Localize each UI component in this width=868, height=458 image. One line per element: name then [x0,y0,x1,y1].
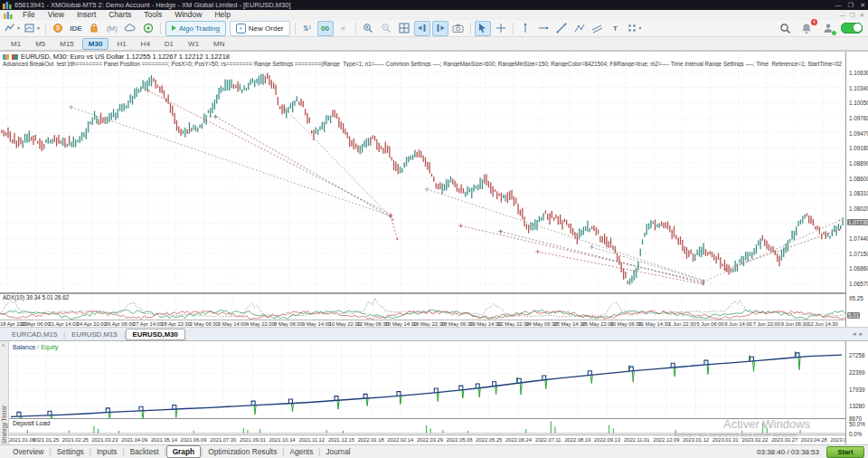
price-axis-label: 1.09180 [849,145,868,151]
tick-chart-icon[interactable]: ⇅¹ [299,21,316,36]
price-chart[interactable] [0,52,845,292]
expert-advisor-info: Advanced BreakOut_test [dh======== Panel… [3,61,842,67]
chart-tabs-bar: EURCAD,M15|EURUSD,M15|EURUSD,M30 ◂ ▸ [0,327,868,340]
crosshair-icon[interactable] [493,21,509,36]
tester-tab-inputs[interactable]: Inputs [91,446,123,457]
chart-tab-eurcad-m15[interactable]: EURCAD,M15 [5,329,63,339]
zoom-in-icon[interactable] [360,21,376,36]
tester-balance-axis-label: 17939 [849,386,865,393]
community-user-icon[interactable] [820,21,836,36]
window-close-button[interactable]: ✕ [860,0,865,10]
window-maximize-button[interactable]: ❐ [848,0,854,10]
menu-help[interactable]: Help [208,10,236,20]
deposit-load-axis-label: 50.0% [849,421,865,427]
tester-tab-settings[interactable]: Settings [52,446,90,457]
tester-tab-backtest[interactable]: Backtest [125,446,165,457]
screenshot-camera-icon[interactable] [450,21,467,36]
price-chart-pane[interactable]: EURUSD, M30: Euro vs US Dollar 1.12255 1… [0,52,845,292]
chart-tab-eurusd-m15[interactable]: EURUSD,M15 [65,329,123,339]
cloud-icon[interactable] [122,21,138,36]
timeframe-w1[interactable]: W1 [182,38,205,50]
timeframe-h1[interactable]: H1 [110,38,132,50]
vertical-line-tool-icon[interactable] [517,21,533,36]
metaeditor-ide-icon[interactable]: IDE [68,21,84,36]
price-axis-label: 1.06570 [849,281,868,287]
timeframe-m5[interactable]: M5 [29,38,52,50]
candles-icon [12,54,18,60]
tester-balance-axis-label: 27258 [849,352,865,358]
timeframe-m15[interactable]: M15 [53,38,80,50]
horizontal-line-tool-icon[interactable] [535,21,552,36]
chart-tabs-scroll-left-icon[interactable]: ◂ [853,330,856,338]
chart-close-button[interactable]: ✕ [860,10,864,20]
tester-value-axis: 27258223991793913280867050.0%0.0% [845,341,868,445]
price-axis-label: 1.10630 [849,70,868,76]
tester-tab-overview[interactable]: Overview [7,446,50,457]
search-icon[interactable] [777,21,793,36]
menu-window[interactable]: Window [168,10,208,20]
community-icon[interactable] [140,21,156,36]
menu-tools[interactable]: Tools [137,10,168,20]
strategy-tester-panel: x Strategy Tester Balance / Equity Depos… [0,340,868,444]
timeframe-m1[interactable]: M1 [5,38,27,50]
tester-graph-area[interactable]: Balance / Equity [9,342,845,418]
text-tool-icon[interactable]: T [608,21,624,36]
timeframe-h4[interactable]: H4 [135,38,156,50]
adx-chart[interactable] [0,294,845,320]
adx-value-tag: 5.01 [847,312,860,319]
menu-charts[interactable]: Charts [102,10,137,20]
tester-tab-agents[interactable]: Agents [284,446,318,457]
auto-scroll-icon[interactable] [414,21,430,36]
deposit-icon[interactable]: $ [50,21,66,36]
price-axis[interactable]: 1.106301.103401.100501.097601.094701.091… [845,52,868,328]
tester-close-button[interactable]: x [2,342,5,348]
tester-tab-graph[interactable]: Graph [166,445,201,458]
lock-icon[interactable] [86,21,102,36]
equidistant-channel-tool-icon[interactable] [590,21,606,36]
legend-equity: Equity [41,344,58,350]
price-axis-label: 1.08020 [849,205,868,212]
play-icon [172,25,176,31]
chart-type-icon[interactable]: ▼ [4,21,22,36]
chart-restore-button[interactable]: ❐ [850,10,855,20]
shapes-tool-icon[interactable]: ▼ [626,21,644,36]
price-axis-label: 1.07440 [849,235,868,242]
timeframe-mn[interactable]: MN [207,38,231,50]
market-watch-icon[interactable]: (M) [104,21,120,36]
wave-icon[interactable]: ≈ [335,21,352,36]
polyline-tool-icon[interactable] [571,21,588,36]
chart-shift-icon[interactable] [432,21,448,36]
tester-tab-optimization-results[interactable]: Optimization Results [203,446,282,457]
start-button[interactable]: Start [826,446,864,458]
chart-tabs-scroll-right-icon[interactable]: ▸ [859,330,863,338]
zoom-out-icon[interactable] [378,21,394,36]
balance-equity-chart[interactable] [9,342,845,418]
tile-windows-icon[interactable] [396,21,412,36]
connection-toggle[interactable] [841,23,863,33]
adx-indicator-pane[interactable]: ADX(10) 39.34 5.01 26.62 [0,294,845,320]
tester-tab-journal[interactable]: Journal [320,446,355,457]
depth-of-market-icon[interactable]: 00 [317,21,334,36]
notifications-bell-icon[interactable]: 4 [798,21,815,36]
app-menu-icon[interactable] [4,12,13,19]
menu-view[interactable]: View [42,10,71,20]
chart-minimize-button[interactable]: — [839,10,845,20]
chart-profile-icon[interactable]: ▼ [24,21,42,36]
toolbar: ▼ ▼ $ IDE (M) Algo Trading + New Order ⇅ [0,20,868,37]
cursor-icon[interactable] [475,21,491,36]
menu-insert[interactable]: Insert [71,10,102,20]
timeframe-d1[interactable]: D1 [158,38,180,50]
price-axis-label: 1.08310 [849,190,868,196]
price-axis-label: 1.10050 [849,100,868,106]
chart-tab-eurusd-m30[interactable]: EURUSD,M30 [126,329,185,340]
new-order-button[interactable]: + New Order [230,21,290,36]
adx-indicator-label: ADX(10) 39.34 5.01 26.62 [3,294,69,301]
title-bar: 65813941 - XMGlobal-MT5 2: Demo Account … [0,0,868,10]
price-axis-label: 1.08600 [849,176,868,182]
trendline-tool-icon[interactable] [553,21,570,36]
chart-window: EURUSD, M30: Euro vs US Dollar 1.12255 1… [0,51,868,327]
window-minimize-button[interactable]: — [835,0,842,10]
algo-trading-button[interactable]: Algo Trading [165,21,226,36]
menu-file[interactable]: File [16,10,42,20]
timeframe-m30[interactable]: M30 [82,38,109,50]
